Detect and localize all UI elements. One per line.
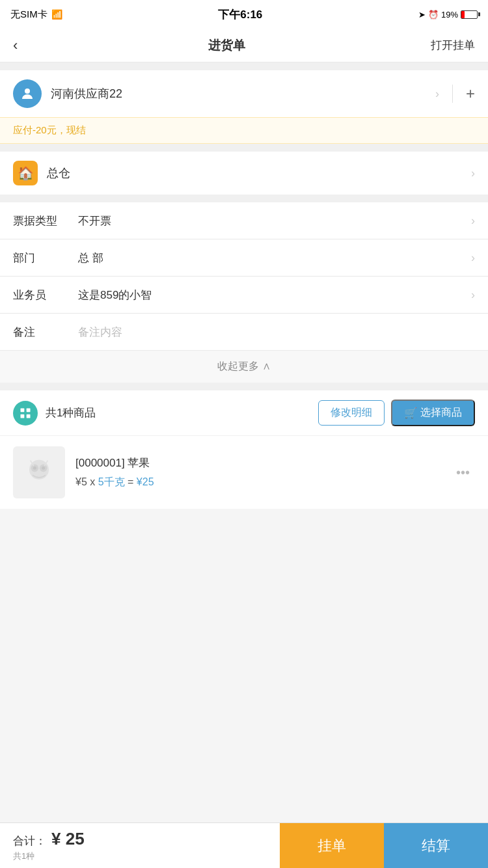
svg-rect-4 — [27, 414, 31, 418]
price-equals: = — [128, 476, 137, 487]
product-title: 苹果 — [128, 457, 150, 469]
svg-point-0 — [25, 88, 30, 94]
remark-label: 备注 — [13, 325, 78, 340]
products-count: 共1种商品 — [46, 405, 318, 420]
supplier-arrow-icon: › — [435, 87, 439, 101]
product-unit-price: ¥5 — [75, 476, 87, 487]
product-more-button[interactable]: ••• — [451, 463, 475, 483]
section-divider-4 — [0, 383, 488, 390]
footer-total: 合计： ¥ 25 共1种 — [0, 823, 280, 868]
open-hold-button[interactable]: 打开挂单 — [431, 38, 475, 53]
salesperson-arrow-icon: › — [471, 288, 475, 302]
invoice-type-value: 不开票 — [78, 213, 466, 228]
salesperson-value: 这是859的小智 — [78, 288, 466, 303]
total-sub: 共1种 — [13, 850, 267, 862]
svg-point-8 — [33, 467, 36, 470]
product-qty: 5千克 — [98, 476, 125, 487]
collapse-button[interactable]: 收起更多 ∧ — [0, 350, 488, 383]
location-icon: ➤ — [418, 10, 426, 20]
department-label: 部门 — [13, 251, 78, 265]
section-divider-1 — [0, 62, 488, 70]
supplier-avatar — [13, 79, 42, 108]
warehouse-icon: 🏠 — [13, 161, 38, 185]
products-icon — [13, 401, 38, 426]
carrier-text: 无SIM卡 — [10, 8, 47, 21]
supplier-name: 河南供应商22 — [51, 86, 435, 102]
supplier-divider — [452, 85, 453, 103]
product-price: ¥5 x 5千克 = ¥25 — [75, 476, 451, 489]
remark-row[interactable]: 备注 备注内容 — [0, 314, 488, 350]
warehouse-row[interactable]: 🏠 总仓 › — [0, 152, 488, 195]
status-time: 下午6:16 — [218, 7, 262, 22]
section-divider-2 — [0, 144, 488, 152]
status-bar: 无SIM卡 📶 下午6:16 ➤ ⏰ 19% — [0, 0, 488, 29]
invoice-type-row[interactable]: 票据类型 不开票 › — [0, 202, 488, 239]
add-supplier-button[interactable]: + — [466, 85, 475, 103]
svg-rect-2 — [27, 408, 31, 412]
supplier-row[interactable]: 河南供应商22 › + — [0, 70, 488, 117]
product-total: ¥25 — [137, 476, 154, 487]
back-button[interactable]: ‹ — [13, 34, 23, 57]
select-product-button[interactable]: 🛒 选择商品 — [391, 400, 475, 426]
cart-icon: 🛒 — [404, 407, 417, 419]
footer: 合计： ¥ 25 共1种 挂单 结算 — [0, 822, 488, 868]
invoice-type-label: 票据类型 — [13, 213, 78, 228]
product-item: [0000001] 苹果 ¥5 x 5千克 = ¥25 ••• — [0, 435, 488, 509]
select-product-label: 选择商品 — [420, 406, 462, 420]
salesperson-row[interactable]: 业务员 这是859的小智 › — [0, 277, 488, 313]
supplier-section: 河南供应商22 › + 应付-20元，现结 — [0, 70, 488, 144]
product-name: [0000001] 苹果 — [75, 455, 451, 470]
salesperson-label: 业务员 — [13, 288, 78, 303]
edit-detail-button[interactable]: 修改明细 — [318, 400, 385, 426]
remark-placeholder: 备注内容 — [78, 325, 475, 340]
department-row[interactable]: 部门 总 部 › — [0, 239, 488, 276]
products-section: 共1种商品 修改明细 🛒 选择商品 [0000001] 苹果 — [0, 390, 488, 509]
total-amount: ¥ 25 — [51, 829, 85, 849]
settle-button[interactable]: 结算 — [384, 823, 488, 868]
footer-total-row: 合计： ¥ 25 — [13, 829, 267, 849]
invoice-type-arrow-icon: › — [471, 214, 475, 228]
products-header: 共1种商品 修改明细 🛒 选择商品 — [0, 390, 488, 435]
footer-spacer — [0, 509, 488, 561]
wifi-icon: 📶 — [51, 9, 62, 20]
price-multiply: x — [90, 476, 98, 487]
battery-percent: 19% — [441, 10, 458, 20]
department-value: 总 部 — [78, 251, 466, 265]
status-left: 无SIM卡 📶 — [10, 8, 62, 21]
department-arrow-icon: › — [471, 251, 475, 265]
battery-icon — [461, 10, 478, 19]
warehouse-name: 总仓 — [47, 165, 471, 181]
form-section: 票据类型 不开票 › 部门 总 部 › 业务员 这是859的小智 › 备注 备注… — [0, 202, 488, 383]
warehouse-section: 🏠 总仓 › — [0, 152, 488, 195]
info-banner: 应付-20元，现结 — [0, 117, 488, 144]
page-title: 进货单 — [208, 37, 245, 54]
alarm-icon: ⏰ — [428, 10, 439, 20]
nav-bar: ‹ 进货单 打开挂单 — [0, 29, 488, 62]
product-thumbnail — [13, 446, 65, 498]
total-label: 合计： — [13, 834, 46, 848]
status-right: ➤ ⏰ 19% — [418, 10, 478, 20]
product-code: [0000001] — [75, 457, 125, 469]
product-info: [0000001] 苹果 ¥5 x 5千克 = ¥25 — [75, 455, 451, 489]
warehouse-arrow-icon: › — [471, 167, 475, 180]
hold-button[interactable]: 挂单 — [280, 823, 384, 868]
svg-rect-1 — [21, 408, 25, 412]
svg-point-9 — [42, 467, 45, 470]
svg-rect-3 — [21, 414, 25, 418]
section-divider-3 — [0, 195, 488, 202]
